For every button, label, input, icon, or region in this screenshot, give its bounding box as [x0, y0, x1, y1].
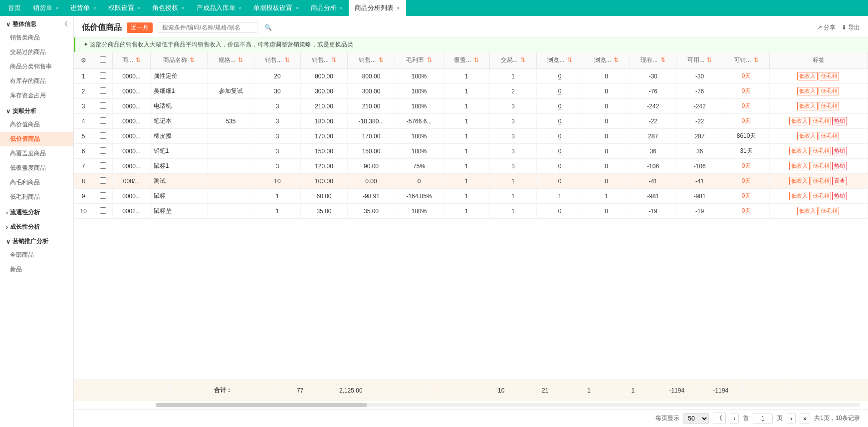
cell-checkbox[interactable] [93, 159, 113, 174]
sidebar-item-stock-fund[interactable]: 库存资金占用 [0, 88, 73, 103]
th-sellable[interactable]: 可销... ⇅ [723, 52, 770, 69]
sort-icon[interactable]: ⇅ [331, 56, 336, 63]
cell-browse1[interactable]: 0 [536, 99, 583, 114]
sidebar-group-marketing[interactable]: ∨ 营销推广分析 [0, 233, 73, 248]
sidebar-item-high-value[interactable]: 高价值商品 [0, 117, 73, 132]
th-current-stock[interactable]: 现有... ⇅ [630, 52, 676, 69]
cell-checkbox[interactable] [93, 189, 113, 204]
browse-link[interactable]: 0 [558, 208, 562, 215]
close-icon[interactable]: × [238, 5, 241, 11]
th-browse1[interactable]: 浏览... ⇅ [536, 52, 583, 69]
browse-link[interactable]: 1 [558, 193, 562, 200]
sort-icon[interactable]: ⇅ [238, 56, 243, 63]
close-icon[interactable]: × [137, 5, 140, 11]
nav-sales-order[interactable]: 销货单 × [27, 0, 64, 16]
row-checkbox[interactable] [100, 132, 106, 139]
cell-browse1[interactable]: 0 [536, 114, 583, 129]
cell-checkbox[interactable] [93, 144, 113, 159]
th-settings[interactable]: ⚙ [74, 52, 93, 69]
filter-recent-month-button[interactable]: 近一月 [127, 22, 153, 33]
browse-link[interactable]: 0 [558, 178, 562, 185]
export-button[interactable]: ⬇ 导出 [842, 23, 860, 32]
th-sales-qty[interactable]: 销售... ⇅ [254, 52, 301, 69]
th-browse2[interactable]: 浏览... ⇅ [583, 52, 630, 69]
sort-icon[interactable]: ⇅ [614, 56, 619, 63]
sidebar-group-overall[interactable]: ∨ 整体信息 《 [0, 16, 73, 30]
select-all-checkbox[interactable] [100, 56, 106, 63]
per-page-select[interactable]: 50 20 100 [683, 413, 709, 424]
sort-icon[interactable]: ⇅ [474, 56, 479, 63]
cell-checkbox[interactable] [93, 204, 113, 219]
nav-permission[interactable]: 权限设置 × [102, 0, 146, 16]
sidebar-item-traded-goods[interactable]: 交易过的商品 [0, 45, 73, 59]
row-checkbox[interactable] [100, 162, 106, 169]
sidebar-item-low-coverage[interactable]: 低覆盖度商品 [0, 161, 73, 175]
sidebar-item-category-sales-rate[interactable]: 商品分类销售率 [0, 59, 73, 74]
cell-browse1[interactable]: 0 [536, 204, 583, 219]
sort-icon[interactable]: ⇅ [285, 56, 290, 63]
th-checkbox[interactable] [93, 52, 113, 69]
sidebar-item-stock-goods[interactable]: 有库存的商品 [0, 74, 73, 88]
cell-browse1[interactable]: 1 [536, 189, 583, 204]
nav-template-settings[interactable]: 单据模板设置 × [247, 0, 304, 16]
row-checkbox[interactable] [100, 87, 106, 94]
th-available[interactable]: 可用... ⇅ [676, 52, 723, 69]
nav-product-analysis[interactable]: 商品分析 × [305, 0, 349, 16]
prev-page-button[interactable]: ‹ [730, 414, 739, 424]
sort-icon[interactable]: ⇅ [379, 56, 384, 63]
sort-icon[interactable]: ⇅ [520, 56, 525, 63]
close-icon[interactable]: × [295, 5, 298, 11]
sort-icon[interactable]: ⇅ [754, 56, 759, 63]
search-icon[interactable]: 🔍 [264, 24, 272, 31]
browse-link[interactable]: 0 [558, 103, 562, 110]
th-gross-margin[interactable]: 毛利率 ⇅ [395, 52, 443, 69]
settings-icon[interactable]: ⚙ [81, 57, 86, 64]
browse-link[interactable]: 0 [558, 118, 562, 125]
row-checkbox[interactable] [100, 117, 106, 124]
sidebar-item-low-margin[interactable]: 低毛利商品 [0, 190, 73, 204]
browse-link[interactable]: 0 [558, 163, 562, 170]
sidebar-group-contribution[interactable]: ∨ 贡献分析 [0, 103, 73, 117]
browse-link[interactable]: 0 [558, 148, 562, 155]
first-page-button[interactable]: 《 [713, 413, 726, 424]
sort-icon[interactable]: ⇅ [427, 56, 432, 63]
cell-checkbox[interactable] [93, 129, 113, 144]
sidebar-item-all-goods[interactable]: 全部商品 [0, 248, 73, 262]
th-sales-col3[interactable]: 销售... ⇅ [347, 52, 395, 69]
cell-browse1[interactable]: 0 [536, 129, 583, 144]
close-icon[interactable]: × [340, 5, 343, 11]
sort-icon[interactable]: ⇅ [660, 56, 665, 63]
th-sales-amount[interactable]: 销售... ⇅ [301, 52, 348, 69]
sort-icon[interactable]: ⇅ [136, 56, 141, 63]
horizontal-scrollbar[interactable] [156, 403, 860, 407]
scroll-thumb[interactable] [156, 403, 367, 407]
th-name[interactable]: 商品名称 ⇅ [150, 52, 208, 69]
th-transactions[interactable]: 交易... ⇅ [490, 52, 537, 69]
cell-checkbox[interactable] [93, 84, 113, 99]
row-checkbox[interactable] [100, 102, 106, 109]
sidebar-item-low-value[interactable]: 低价值商品 [0, 132, 73, 146]
cell-browse1[interactable]: 0 [536, 69, 583, 84]
sidebar-group-growth[interactable]: › 成长性分析 [0, 219, 73, 233]
row-checkbox[interactable] [100, 147, 106, 154]
sidebar-item-high-margin[interactable]: 高毛利商品 [0, 175, 73, 190]
cell-checkbox[interactable] [93, 99, 113, 114]
close-icon[interactable]: × [55, 5, 58, 11]
browse-link[interactable]: 0 [558, 133, 562, 140]
cell-browse1[interactable]: 0 [536, 159, 583, 174]
row-checkbox[interactable] [100, 207, 106, 214]
nav-product-analysis-list[interactable]: 商品分析列表 × [349, 0, 406, 16]
cell-checkbox[interactable] [93, 69, 113, 84]
cell-checkbox[interactable] [93, 114, 113, 129]
next-page-button[interactable]: › [787, 414, 796, 424]
cell-checkbox[interactable] [93, 174, 113, 189]
sort-icon[interactable]: ⇅ [190, 56, 195, 63]
close-icon[interactable]: × [397, 5, 400, 11]
row-checkbox[interactable] [100, 192, 106, 199]
cell-browse1[interactable]: 0 [536, 84, 583, 99]
cell-browse1[interactable]: 0 [536, 174, 583, 189]
nav-purchase-order[interactable]: 进货单 × [64, 0, 102, 16]
th-coverage[interactable]: 覆盖... ⇅ [443, 52, 490, 69]
close-icon[interactable]: × [181, 5, 184, 11]
sort-icon[interactable]: ⇅ [707, 56, 712, 63]
